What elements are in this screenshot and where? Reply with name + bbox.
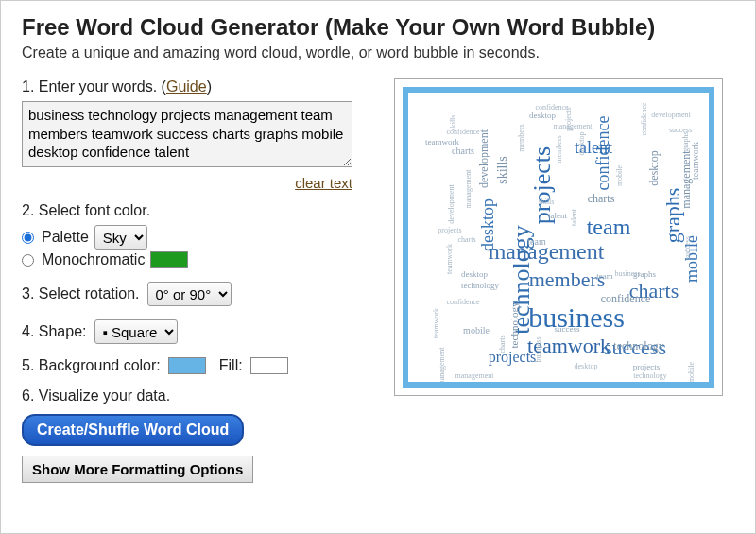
create-shuffle-button[interactable]: Create/Shuffle Word Cloud [22,414,244,446]
cloud-word: skills [450,115,457,131]
step-3-label: 3. Select rotation. [22,285,140,302]
cloud-word: charts [588,193,615,204]
cloud-word: members [518,124,525,151]
cloud-word: management [465,170,472,209]
controls-panel: 1. Enter your words. (Guide) clear text … [22,78,371,492]
cloud-word: projects [633,363,661,371]
cloud-word: desktop [578,132,586,156]
cloud-word: success [684,236,692,259]
cloud-word: management [680,150,692,208]
palette-radio[interactable] [22,232,34,244]
step-4: 4. Shape: ▪ Square [22,319,371,344]
cloud-word: desktop [575,363,598,370]
shape-select[interactable]: ▪ Square [94,319,178,344]
bg-color-swatch[interactable] [168,357,206,374]
words-textarea[interactable] [22,101,352,167]
word-cloud: businessmanagementtechnologyprojectsteam… [403,87,714,388]
cloud-word: confidence [601,293,651,304]
cloud-word: desktop [479,198,496,251]
step-5-label: 5. Background color: [22,357,161,374]
cloud-word: business [614,270,640,278]
cloud-word: skills [496,156,509,184]
cloud-word: members [556,135,563,163]
step-2-label: 2. Select font color. [22,202,371,219]
cloud-word: development [651,112,690,119]
rotation-select[interactable]: 0° or 90° [147,282,232,306]
cloud-word: teamwork [425,138,459,146]
cloud-word: technology [613,340,663,352]
page-subtitle: Create a unique and amazing word cloud, … [22,44,734,61]
cloud-word: technology [633,372,667,380]
cloud-word: mobile [688,362,696,383]
cloud-word: desktop [529,112,556,120]
cloud-word: management [455,372,494,380]
palette-select[interactable]: Sky [94,225,147,250]
cloud-word: confidence [535,104,568,112]
cloud-word: technology [461,282,499,290]
cloud-word: management [438,348,446,387]
cloud-word: desktop [648,150,660,185]
word-cloud-frame: businessmanagementtechnologyprojectsteam… [394,78,723,396]
step-1: 1. Enter your words. (Guide) clear text [22,78,371,191]
palette-radio-label: Palette [42,229,89,246]
cloud-word: graphs [682,131,690,151]
cloud-word: management [554,123,593,130]
cloud-word: skills [539,198,555,206]
cloud-word: teamwork [446,244,454,274]
cloud-word: team [587,215,631,238]
cloud-word: business [535,336,542,362]
cloud-word: success [555,325,580,334]
cloud-word: confidence [641,102,648,135]
step-6: 6. Visualize your data. Create/Shuffle W… [22,388,371,483]
cloud-word: development [478,129,490,188]
app-container: Free Word Cloud Generator (Make Your Own… [0,0,756,534]
fill-color-swatch[interactable] [250,357,288,374]
guide-link[interactable]: Guide [166,78,207,95]
cloud-word: projects [438,227,461,234]
page-title: Free Word Cloud Generator (Make Your Own… [22,14,734,41]
cloud-word: technology [509,302,520,349]
cloud-word: talent [571,209,578,226]
cloud-word: mobile [463,326,490,336]
cloud-word: management [489,240,605,263]
mono-color-swatch[interactable] [150,251,188,268]
cloud-word: team [527,237,545,247]
step-6-label: 6. Visualize your data. [22,388,371,405]
fill-label: Fill: [219,357,243,374]
step-2: 2. Select font color. Palette Sky Monoch… [22,202,371,268]
cloud-word: projects [489,350,537,365]
clear-text-link[interactable]: clear text [295,175,352,191]
cloud-word: talent [548,212,567,220]
cloud-word: charts [457,236,475,244]
step-1-label: 1. Enter your words. (Guide) [22,78,371,95]
cloud-word: charts [452,146,474,156]
cloud-word: development [513,382,552,388]
cloud-word: confidence [446,299,479,306]
cloud-word: members [529,269,606,290]
cloud-word: team [596,272,613,281]
show-more-options-button[interactable]: Show More Formatting Options [22,456,253,483]
step-4-label: 4. Shape: [22,323,87,340]
step-5: 5. Background color: Fill: [22,357,371,374]
monochromatic-radio[interactable] [22,254,34,267]
cloud-word: desktop [461,270,488,279]
cloud-word: charts [499,335,507,353]
step-3: 3. Select rotation. 0° or 90° [22,282,371,306]
preview-panel: businessmanagementtechnologyprojectsteam… [394,78,734,492]
cloud-word: development [448,184,455,223]
cloud-word: mobile [616,165,624,186]
cloud-word: teamwork [433,308,440,338]
monochromatic-radio-label: Monochromatic [42,251,145,268]
